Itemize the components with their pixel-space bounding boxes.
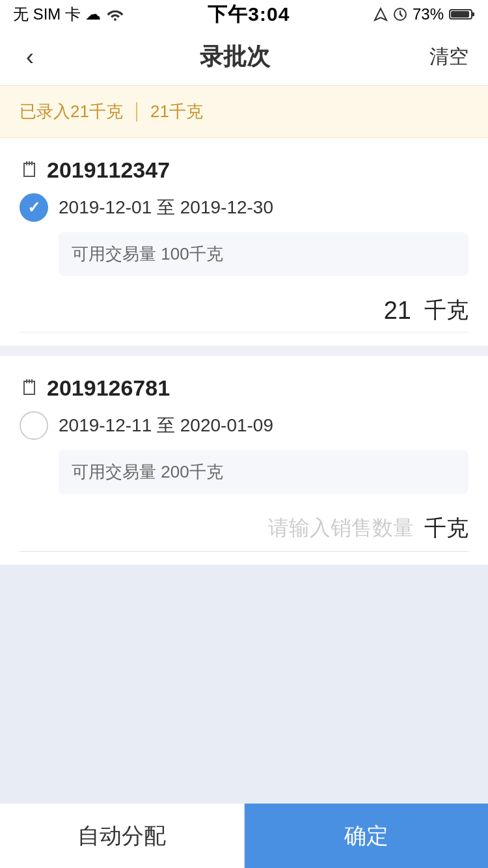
wifi-icon — [106, 8, 124, 21]
batch-header-2: 🗒 2019126781 — [20, 375, 468, 401]
available-quantity-1: 可用交易量 100千克 — [59, 232, 468, 276]
location-icon — [373, 7, 388, 21]
clock-icon — [393, 7, 407, 21]
batch-header-1: 🗒 2019112347 — [20, 157, 468, 183]
batch-radio-1[interactable]: ✓ — [20, 193, 48, 222]
batch-number-1: 2019112347 — [47, 157, 170, 183]
back-button[interactable]: ‹ — [20, 37, 40, 77]
batch-number-2: 2019126781 — [47, 375, 170, 401]
quantity-unit-1: 千克 — [424, 295, 468, 325]
confirm-button[interactable]: 确定 — [245, 804, 489, 868]
auto-assign-button[interactable]: 自动分配 — [0, 804, 245, 868]
section-divider — [0, 346, 488, 356]
quantity-unit-2: 千克 — [424, 513, 468, 543]
quantity-row-1: 21 千克 — [20, 282, 468, 332]
batch-date-1: 2019-12-01 至 2019-12-30 — [59, 195, 273, 220]
batch-icon-1: 🗒 — [20, 158, 40, 182]
info-value: 21千克 — [150, 100, 203, 123]
svg-rect-4 — [451, 11, 469, 18]
svg-point-0 — [114, 18, 116, 21]
info-bar: 已录入21千克 21千克 — [0, 86, 488, 138]
nav-bar: ‹ 录批次 清空 — [0, 29, 488, 86]
info-divider — [136, 102, 137, 122]
sim-status: 无 SIM 卡 ☁ — [13, 4, 101, 25]
batch-icon-2: 🗒 — [20, 376, 40, 400]
batch-item-1: 🗒 2019112347 ✓ 2019-12-01 至 2019-12-30 可… — [0, 138, 488, 346]
auto-assign-label: 自动分配 — [77, 821, 166, 851]
batch-date-row-2[interactable]: 2019-12-11 至 2020-01-09 — [20, 411, 468, 440]
batch-item-2: 🗒 2019126781 2019-12-11 至 2020-01-09 可用交… — [0, 356, 488, 565]
check-mark-1: ✓ — [27, 198, 40, 217]
confirm-label: 确定 — [344, 821, 388, 851]
clear-button[interactable]: 清空 — [429, 44, 468, 70]
quantity-input-row-2[interactable]: 请输入销售数量 千克 — [20, 500, 468, 552]
quantity-placeholder-2[interactable]: 请输入销售数量 — [20, 514, 414, 543]
available-quantity-2: 可用交易量 200千克 — [59, 450, 468, 494]
status-time: 下午3:04 — [208, 1, 290, 28]
status-right: 73% — [373, 5, 475, 23]
status-left: 无 SIM 卡 ☁ — [13, 4, 124, 25]
status-bar: 无 SIM 卡 ☁ 下午3:04 73% — [0, 0, 488, 29]
batch-date-2: 2019-12-11 至 2020-01-09 — [59, 413, 273, 438]
batch-radio-2[interactable] — [20, 411, 48, 440]
info-label: 已录入21千克 — [20, 100, 123, 123]
bottom-buttons: 自动分配 确定 — [0, 803, 488, 868]
quantity-value-1[interactable]: 21 — [384, 297, 411, 325]
svg-rect-3 — [472, 12, 474, 16]
battery-text: 73% — [413, 5, 444, 23]
page-title: 录批次 — [200, 41, 270, 73]
batch-date-row-1[interactable]: ✓ 2019-12-01 至 2019-12-30 — [20, 193, 468, 222]
battery-icon — [449, 8, 475, 21]
